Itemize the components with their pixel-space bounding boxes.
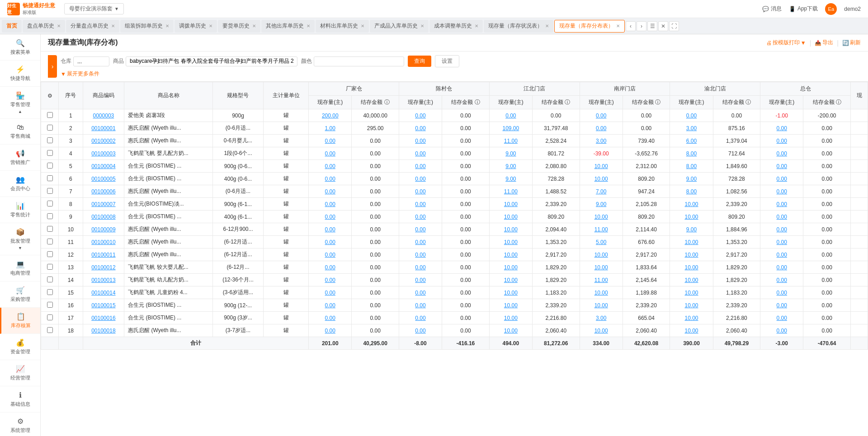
cell-c3-qty[interactable]: 10.00	[489, 211, 532, 223]
tab-close-5[interactable]: ✕	[252, 23, 256, 28]
cell-c5-qty[interactable]: 10.00	[670, 261, 713, 274]
msg-btn[interactable]: 💬 消息	[762, 5, 782, 13]
expand-conditions-btn[interactable]: ▼ 展开更多条件	[61, 70, 861, 78]
sidebar-item-finance[interactable]: 💰 资金管理	[0, 334, 40, 360]
cell-checkbox[interactable]	[41, 299, 59, 312]
cell-c3-qty[interactable]: 10.00	[489, 324, 532, 337]
cell-t-qty[interactable]: 0.00	[760, 135, 803, 147]
cell-c5-qty[interactable]: 0.00	[670, 109, 713, 122]
cell-t-qty[interactable]: 0.00	[760, 147, 803, 160]
tab-8[interactable]: 产成品入库单历史 ✕	[370, 20, 429, 33]
th-gear[interactable]: ⚙	[41, 82, 59, 109]
cell-t-qty[interactable]: 0.00	[760, 236, 803, 248]
cell-t-qty[interactable]: 0.00	[760, 312, 803, 324]
tab-close-8[interactable]: ✕	[420, 23, 424, 28]
sidebar-item-operations[interactable]: 📈 经营管理	[0, 360, 40, 386]
tab-close-9[interactable]: ✕	[475, 23, 478, 28]
cell-c5-qty[interactable]: 8.00	[670, 147, 713, 160]
sidebar-item-search[interactable]: 🔍 搜索英单	[0, 34, 40, 61]
cell-c4-qty[interactable]: 3.00	[580, 312, 623, 324]
cell-c3-qty[interactable]: 10.00	[489, 312, 532, 324]
tab-nav-next[interactable]: ›	[637, 21, 646, 31]
cell-c3-qty[interactable]: 0.00	[489, 109, 532, 122]
cell-c2-qty[interactable]: 0.00	[399, 198, 442, 211]
cell-checkbox[interactable]	[41, 236, 59, 248]
cell-checkbox[interactable]	[41, 173, 59, 185]
print-btn[interactable]: 🖨 按模版打印 ▼	[766, 39, 806, 47]
cell-t-qty[interactable]: 0.00	[760, 261, 803, 274]
cell-c1-qty[interactable]: 0.00	[309, 299, 352, 312]
cell-c2-qty[interactable]: 0.00	[399, 223, 442, 236]
tab-4[interactable]: 调拨单历史 ✕	[175, 20, 217, 33]
tab-home[interactable]: 首页	[2, 20, 22, 33]
avatar[interactable]: Ea	[825, 3, 837, 15]
sidebar-item-marketing[interactable]: 📢 营销推广	[0, 145, 40, 171]
tab-7[interactable]: 材料出库单历史 ✕	[316, 20, 369, 33]
cell-c1-qty[interactable]: 0.00	[309, 147, 352, 160]
cell-c2-qty[interactable]: 0.00	[399, 147, 442, 160]
cell-c2-qty[interactable]: 0.00	[399, 312, 442, 324]
cell-c5-qty[interactable]: 9.00	[670, 173, 713, 185]
cell-c4-qty[interactable]: 10.00	[580, 286, 623, 299]
cell-c4-qty[interactable]: 10.00	[580, 299, 623, 312]
tab-11[interactable]: 现存量（库存分布表）✕	[554, 20, 625, 33]
cell-checkbox[interactable]	[41, 185, 59, 198]
cell-t-qty[interactable]: 0.00	[760, 185, 803, 198]
sidebar-item-nav[interactable]: ⚡ 快捷导航	[0, 61, 40, 87]
cell-checkbox[interactable]	[41, 135, 59, 147]
cell-t-qty[interactable]: 0.00	[760, 211, 803, 223]
cell-c3-qty[interactable]: 10.00	[489, 286, 532, 299]
cell-c4-qty[interactable]: 7.00	[580, 185, 623, 198]
cell-c3-qty[interactable]: 10.00	[489, 299, 532, 312]
cell-c2-qty[interactable]: 0.00	[399, 122, 442, 135]
cell-c1-qty[interactable]: 0.00	[309, 236, 352, 248]
refresh-btn[interactable]: 🔄 刷新	[842, 39, 861, 47]
tab-nav-menu[interactable]: ☰	[647, 21, 657, 31]
cell-c5-qty[interactable]: 8.00	[670, 185, 713, 198]
cell-c1-qty[interactable]: 1.00	[309, 122, 352, 135]
cell-c4-qty[interactable]: 3.00	[580, 135, 623, 147]
cell-c4-qty[interactable]: 9.00	[580, 198, 623, 211]
sidebar-item-inventory[interactable]: 📋 库存核算	[0, 308, 40, 334]
export-btn[interactable]: 📤 导出	[815, 39, 833, 47]
cell-c4-qty[interactable]: 10.00	[580, 173, 623, 185]
cell-c3-qty[interactable]: 10.00	[489, 274, 532, 286]
cell-t-qty[interactable]: -1.00	[760, 109, 803, 122]
cell-checkbox[interactable]	[41, 109, 59, 122]
tab-close-7[interactable]: ✕	[361, 23, 364, 28]
cell-t-qty[interactable]: 0.00	[760, 160, 803, 173]
cell-c5-qty[interactable]: 10.00	[670, 274, 713, 286]
cell-c1-qty[interactable]: 0.00	[309, 173, 352, 185]
cell-checkbox[interactable]	[41, 248, 59, 261]
cell-checkbox[interactable]	[41, 312, 59, 324]
cell-checkbox[interactable]	[41, 286, 59, 299]
cell-c5-qty[interactable]: 10.00	[670, 211, 713, 223]
cell-c1-qty[interactable]: 0.00	[309, 198, 352, 211]
cell-checkbox[interactable]	[41, 122, 59, 135]
tab-5[interactable]: 要货单历史 ✕	[218, 20, 260, 33]
tab-close-2[interactable]: ✕	[111, 23, 115, 28]
tab-10[interactable]: 现存量（库存状况表）✕	[484, 20, 553, 33]
color-input[interactable]	[314, 56, 404, 66]
tab-maximize[interactable]: ⛶	[669, 21, 679, 31]
cell-c4-qty[interactable]: 0.00	[580, 122, 623, 135]
cell-c5-qty[interactable]: 10.00	[670, 248, 713, 261]
sidebar-item-retail-mgmt[interactable]: 🏪 零售管理 ▲	[0, 87, 40, 119]
cell-t-qty[interactable]: 0.00	[760, 198, 803, 211]
cell-c2-qty[interactable]: 0.00	[399, 109, 442, 122]
sidebar-item-basic[interactable]: ℹ 基础信息	[0, 386, 40, 413]
cell-checkbox[interactable]	[41, 261, 59, 274]
cell-c2-qty[interactable]: 0.00	[399, 236, 442, 248]
cell-c2-qty[interactable]: 0.00	[399, 185, 442, 198]
sidebar-item-system[interactable]: ⚙ 系统管理	[0, 413, 40, 436]
query-btn[interactable]: 查询	[408, 56, 431, 67]
cell-t-qty[interactable]: 0.00	[760, 299, 803, 312]
cell-c1-qty[interactable]: 0.00	[309, 324, 352, 337]
tab-9[interactable]: 成本调整单历史 ✕	[429, 20, 483, 33]
industry-selector[interactable]: 母婴行业演示陈套 ▼	[64, 3, 124, 14]
tab-2[interactable]: 分量盘点单历史 ✕	[66, 20, 119, 33]
cell-c4-qty[interactable]: 10.00	[580, 261, 623, 274]
cell-c1-qty[interactable]: 0.00	[309, 261, 352, 274]
cell-c3-qty[interactable]: 9.00	[489, 147, 532, 160]
cell-c3-qty[interactable]: 10.00	[489, 261, 532, 274]
